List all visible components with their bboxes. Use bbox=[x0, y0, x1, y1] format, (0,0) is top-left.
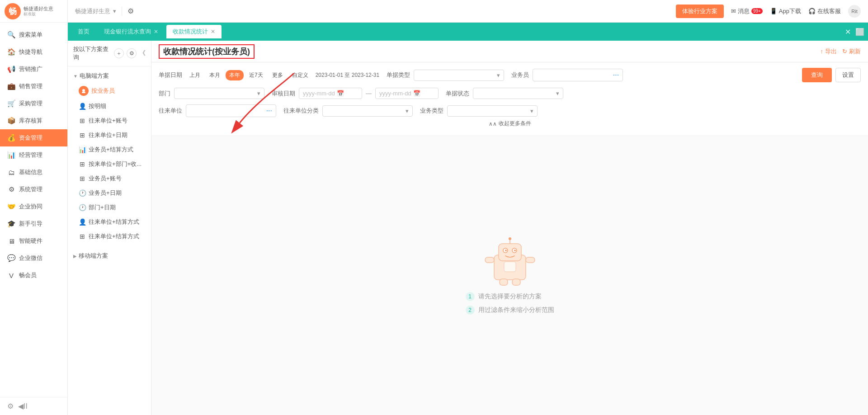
collection-stats-tab-close[interactable]: ✕ bbox=[211, 28, 215, 35]
partner-category-select[interactable]: ▾ bbox=[322, 105, 413, 117]
user-avatar[interactable]: Rit bbox=[848, 5, 861, 18]
sidebar-logo: 畅 畅捷通好生意 标准版 bbox=[0, 0, 67, 23]
sidebar-item-inventory[interactable]: 📦 库存核算 bbox=[0, 112, 67, 129]
sidebar-item-member[interactable]: V 畅会员 bbox=[0, 267, 67, 284]
chevron-down-icon4: ▾ bbox=[406, 108, 409, 114]
sidebar-item-quick-nav[interactable]: 🏠 快捷导航 bbox=[0, 43, 67, 61]
menu-item-by-detail[interactable]: 👤 按明细 bbox=[68, 99, 151, 113]
breadcrumb: 畅捷通好生意 ▾ bbox=[75, 7, 116, 15]
menu-item-salesperson-account[interactable]: ⊞ 业务员+账号 bbox=[68, 171, 151, 186]
date-range-display: 2023-01-01 至 2023-12-31 bbox=[316, 71, 379, 79]
sidebar-item-finance[interactable]: 💰 资金管理 bbox=[0, 129, 67, 146]
add-scheme-button[interactable]: ＋ bbox=[114, 48, 124, 58]
trial-button[interactable]: 体验行业方案 bbox=[676, 5, 724, 18]
date-tab-this-year[interactable]: 本年 bbox=[226, 70, 244, 80]
date-tab-last-month[interactable]: 上月 bbox=[186, 70, 204, 80]
hint-item-1: 1 请先选择要分析的方案 bbox=[466, 292, 554, 301]
menu-item-by-salesperson[interactable]: 按业务员 bbox=[68, 83, 151, 99]
sidebar-item-search[interactable]: 🔍 搜索菜单 bbox=[0, 26, 67, 43]
svg-rect-13 bbox=[512, 279, 520, 285]
menu-item-dept-date[interactable]: 🕐 部门+日期 bbox=[68, 200, 151, 215]
menu-item-partner-settlement2[interactable]: ⊞ 往来单位+结算方式 bbox=[68, 229, 151, 244]
sidebar-item-sales[interactable]: 💼 销售管理 bbox=[0, 78, 67, 95]
dept-label: 部门 bbox=[159, 90, 170, 98]
headset-icon: 🎧 bbox=[808, 8, 816, 14]
partner-select[interactable]: ··· bbox=[186, 104, 276, 117]
sidebar-item-system[interactable]: ⚙ 系统管理 bbox=[0, 181, 67, 198]
bank-flow-tab-close[interactable]: ✕ bbox=[154, 28, 158, 35]
partner-category-filter-item: 往来单位分类 ▾ bbox=[283, 105, 413, 117]
menu-item-by-partner-dept[interactable]: ⊞ 按来单位+部门+收... bbox=[68, 157, 151, 171]
salesperson-label: 业务员 bbox=[511, 71, 529, 79]
date-filter-item: 单据日期 上月 本月 本年 近7天 更多 自定义 2023-01-01 至 20… bbox=[159, 70, 379, 80]
chart-icon: 📊 bbox=[79, 146, 86, 153]
page-header: 收款情况统计(按业务员) ↑ 导出 ↻ 刷新 bbox=[151, 41, 868, 62]
app-download-button[interactable]: 📱 App下载 bbox=[770, 7, 801, 15]
date-tab-custom[interactable]: 自定义 bbox=[288, 70, 312, 80]
page-header-actions: ↑ 导出 ↻ 刷新 bbox=[821, 47, 861, 56]
sidebar-item-guide[interactable]: 🎓 新手引导 bbox=[0, 215, 67, 232]
settings-button[interactable]: 设置 bbox=[835, 68, 861, 82]
settings-footer-icon[interactable]: ⚙ bbox=[7, 402, 14, 410]
menu-item-label: 按明细 bbox=[89, 102, 106, 110]
sidebar-item-wechat[interactable]: 💬 企业微信 bbox=[0, 250, 67, 267]
menu-item-partner-account[interactable]: ⊞ 往来单位+账号 bbox=[68, 113, 151, 128]
menu-item-partner-settlement1[interactable]: 👤 往来单位+结算方式 bbox=[68, 215, 151, 229]
sidebar-item-marketing[interactable]: 📢 营销推广 bbox=[0, 61, 67, 78]
export-button[interactable]: ↑ 导出 bbox=[821, 47, 837, 56]
menu-item-salesperson-settlement[interactable]: 📊 业务员+结算方式 bbox=[68, 142, 151, 157]
date-tab-this-month[interactable]: 本月 bbox=[206, 70, 224, 80]
dept-select[interactable]: ▾ bbox=[174, 88, 264, 99]
sidebar-item-basic[interactable]: 🗂 基础信息 bbox=[0, 164, 67, 181]
chevron-down-icon3: ▾ bbox=[556, 90, 559, 97]
sidebar-item-operation[interactable]: 📊 经营管理 bbox=[0, 146, 67, 164]
collapse-sidebar-icon[interactable]: ◀II bbox=[18, 402, 28, 410]
date-tab-last7days[interactable]: 近7天 bbox=[245, 70, 267, 80]
date-tab-more[interactable]: 更多 bbox=[269, 70, 287, 80]
collapse-more-button[interactable]: ∧∧ 收起更多条件 bbox=[159, 117, 861, 130]
wechat-icon: 💬 bbox=[7, 254, 15, 262]
calendar-icon[interactable]: 📅 bbox=[337, 90, 344, 97]
audit-date-end-input[interactable]: yyyy-mm-dd 📅 bbox=[375, 88, 439, 99]
tab-home[interactable]: 首页 bbox=[71, 25, 96, 38]
sidebar: 畅 畅捷通好生意 标准版 🔍 搜索菜单 🏠 快捷导航 📢 营销推广 💼 销售管理… bbox=[0, 0, 68, 415]
sidebar-item-company[interactable]: 🤝 企业协同 bbox=[0, 198, 67, 215]
bank-flow-tab-label: 现金银行流水查询 bbox=[104, 28, 151, 36]
refresh-button[interactable]: ↻ 刷新 bbox=[842, 47, 861, 56]
notification-button[interactable]: ✉ 消息 99+ bbox=[731, 7, 763, 15]
biz-type-select[interactable]: ▾ bbox=[447, 105, 538, 117]
sidebar-item-purchase[interactable]: 🛒 采购管理 bbox=[0, 95, 67, 112]
hint-num-2: 2 bbox=[466, 306, 475, 315]
collapse-panel-button[interactable]: 《 bbox=[139, 49, 146, 57]
calendar2-icon[interactable]: 📅 bbox=[413, 90, 420, 97]
chevron-down-icon: ▾ bbox=[497, 72, 500, 79]
more-options-icon[interactable]: ··· bbox=[613, 71, 619, 79]
audit-date-start-input[interactable]: yyyy-mm-dd 📅 bbox=[299, 88, 362, 99]
desktop-section-header[interactable]: ▼ 电脑端方案 bbox=[68, 69, 151, 83]
audit-date-filter-item: 审核日期 yyyy-mm-dd 📅 — yyyy-mm-dd 📅 bbox=[272, 88, 439, 99]
chevron-up-icon: ∧∧ bbox=[489, 121, 497, 127]
doc-type-select[interactable]: ▾ bbox=[414, 70, 504, 81]
partner-category-label: 往来单位分类 bbox=[283, 107, 319, 115]
gear-icon[interactable]: ⚙ bbox=[127, 7, 134, 15]
tab-collection-stats[interactable]: 收款情况统计 ✕ bbox=[166, 25, 222, 38]
menu-item-salesperson-date[interactable]: 🕐 业务员+日期 bbox=[68, 186, 151, 200]
close-window-icon[interactable]: ✕ bbox=[845, 28, 851, 36]
svg-point-9 bbox=[514, 250, 516, 251]
mobile-section-header[interactable]: ▶ 移动端方案 bbox=[68, 249, 151, 263]
online-service-button[interactable]: 🎧 在线客服 bbox=[808, 7, 841, 15]
maximize-window-icon[interactable]: ⬜ bbox=[855, 28, 864, 36]
query-button[interactable]: 查询 bbox=[802, 68, 832, 82]
topbar: 畅捷通好生意 ▾ ⚙ 体验行业方案 ✉ 消息 99+ 📱 App下载 🎧 在线客… bbox=[68, 0, 868, 23]
scheme-settings-button[interactable]: ⚙ bbox=[127, 48, 137, 58]
topbar-divider bbox=[122, 7, 122, 16]
menu-item-label: 往来单位+结算方式 bbox=[89, 232, 139, 241]
sidebar-item-smart-hw[interactable]: 🖥 智能硬件 bbox=[0, 232, 67, 250]
doc-status-select[interactable]: ▾ bbox=[473, 88, 563, 99]
partner-more-icon[interactable]: ··· bbox=[266, 107, 272, 115]
tab-bank-flow[interactable]: 现金银行流水查询 ✕ bbox=[98, 25, 165, 38]
salesperson-select[interactable]: ··· bbox=[533, 69, 623, 81]
svg-rect-12 bbox=[500, 279, 508, 285]
menu-item-partner-date[interactable]: ⊞ 往来单位+日期 bbox=[68, 128, 151, 142]
menu-item-label: 业务员+账号 bbox=[89, 174, 122, 183]
